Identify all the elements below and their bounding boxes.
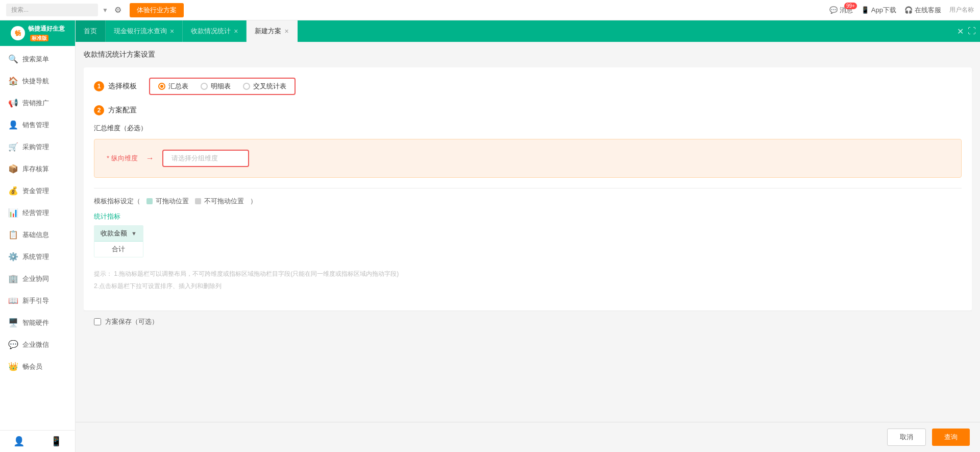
sidebar-item-wechat[interactable]: 💬 企业微信	[0, 334, 75, 355]
sidebar-item-purchase[interactable]: 🛒 采购管理	[0, 136, 75, 158]
sidebar-item-marketing[interactable]: 📢 营销推广	[0, 92, 75, 114]
save-section: 方案保存（可选）	[84, 311, 972, 332]
sidebar-item-operations[interactable]: 📊 经营管理	[0, 202, 75, 224]
metrics-header[interactable]: 收款金额 ▼	[94, 226, 143, 242]
sidebar-item-sales[interactable]: 👤 销售管理	[0, 114, 75, 136]
sidebar-items: 🔍 搜索菜单 🏠 快捷导航 📢 营销推广 👤 销售管理 🛒 采购管理 📦	[0, 46, 75, 430]
tab-cash-bank-close-icon[interactable]: ×	[170, 28, 174, 35]
cancel-button[interactable]: 取消	[887, 429, 926, 446]
home-icon: 🏠	[8, 76, 18, 86]
tab-maximize-icon[interactable]: ⛶	[968, 27, 976, 36]
hint-1: 提示： 1.拖动标题栏可以调整布局，不可跨维度或指标区域拖动栏目字段(只能在同一…	[94, 268, 962, 280]
query-button[interactable]: 查询	[932, 429, 970, 446]
template-radio-group: 汇总表 明细表 交叉统计表	[149, 78, 296, 95]
wechat-icon: 💬	[8, 340, 18, 349]
service-button[interactable]: 🎧 在线客服	[904, 6, 941, 15]
metrics-dropdown-icon[interactable]: ▼	[131, 230, 137, 236]
app-name: 畅捷通好生意	[28, 25, 65, 33]
message-icon: 💬	[829, 6, 838, 14]
fixed-indicator: 不可拖动位置	[195, 197, 244, 206]
tab-receipt-stats-close-icon[interactable]: ×	[234, 28, 238, 35]
message-button[interactable]: 💬 99+ 消息	[829, 6, 853, 15]
system-icon: ⚙️	[8, 252, 18, 261]
tab-home[interactable]: 首页	[76, 20, 106, 42]
tab-cash-bank[interactable]: 现金银行流水查询 ×	[106, 20, 183, 42]
sidebar-label-guide: 新手引导	[22, 296, 49, 305]
step1-section: 1 选择模板 汇总表 明细表 交叉统计表	[94, 78, 962, 95]
metrics-suffix: ）	[250, 197, 257, 206]
radio-summary-circle	[158, 83, 165, 90]
fixed-label: 不可拖动位置	[204, 197, 244, 206]
sidebar-item-member[interactable]: 👑 畅会员	[0, 355, 75, 377]
radio-cross[interactable]: 交叉统计表	[243, 82, 286, 91]
form-card: 1 选择模板 汇总表 明细表 交叉统计表	[84, 67, 972, 311]
sidebar-item-finance[interactable]: 💰 资金管理	[0, 180, 75, 202]
summary-dimension-title: 汇总维度（必选）	[94, 124, 962, 133]
tab-close-action-icon[interactable]: ✕	[957, 27, 964, 36]
draggable-indicator: 可拖动位置	[146, 197, 189, 206]
metrics-toggle: 模板指标设定（ 可拖动位置 不可拖动位置 ）	[94, 197, 962, 206]
radio-detail-circle	[201, 83, 208, 90]
sidebar-label-system: 系统管理	[22, 252, 49, 261]
sidebar: 畅 畅捷通好生意 标准版 🔍 搜索菜单 🏠 快捷导航 📢 营销推广 👤	[0, 20, 76, 452]
settings-icon[interactable]: ⚙	[114, 5, 121, 15]
hardware-icon: 🖥️	[8, 318, 18, 327]
sidebar-label-inventory: 库存核算	[22, 164, 49, 174]
dimension-placeholder: 请选择分组维度	[172, 154, 218, 162]
user-info[interactable]: 用户名称	[949, 6, 974, 14]
radio-detail[interactable]: 明细表	[201, 82, 231, 91]
sidebar-label-enterprise: 企业协同	[22, 274, 49, 283]
dimension-select[interactable]: 请选择分组维度	[162, 150, 249, 167]
search-box[interactable]: 搜索...	[6, 4, 98, 16]
divider	[94, 188, 962, 188]
dropdown-arrow-icon[interactable]: ▼	[102, 7, 108, 14]
scan-icon: 📱	[51, 436, 62, 447]
sidebar-bottom: 👤 📱	[0, 430, 75, 452]
search-icon: 🔍	[8, 54, 18, 64]
guide-icon: 📖	[8, 296, 18, 305]
sidebar-label-operations: 经营管理	[22, 208, 49, 218]
tab-new-plan[interactable]: 新建方案 ×	[247, 20, 297, 42]
purchase-icon: 🛒	[8, 142, 18, 152]
finance-icon: 💰	[8, 186, 18, 196]
app-download-button[interactable]: 📱 App下载	[861, 6, 896, 15]
summary-dimension-title-text: 汇总维度（必选）	[94, 124, 147, 132]
tab-home-label: 首页	[84, 27, 97, 36]
sidebar-label-basic: 基础信息	[22, 230, 49, 240]
radio-cross-circle	[243, 83, 250, 90]
search-placeholder: 搜索...	[11, 6, 29, 13]
tab-new-plan-close-icon[interactable]: ×	[284, 28, 288, 35]
hint-section: 提示： 1.拖动标题栏可以调整布局，不可跨维度或指标区域拖动栏目字段(只能在同一…	[94, 268, 962, 292]
tab-receipt-stats-label: 收款情况统计	[191, 27, 231, 36]
tab-receipt-stats[interactable]: 收款情况统计 ×	[183, 20, 247, 42]
radio-summary[interactable]: 汇总表	[158, 82, 188, 91]
sidebar-logo: 畅 畅捷通好生意 标准版	[0, 20, 75, 46]
sidebar-item-home[interactable]: 🏠 快捷导航	[0, 70, 75, 92]
step2-badge: 2	[94, 105, 104, 115]
sidebar-item-guide[interactable]: 📖 新手引导	[0, 290, 75, 312]
logo-text: 畅捷通好生意 标准版	[28, 25, 65, 42]
sidebar-item-search[interactable]: 🔍 搜索菜单	[0, 48, 75, 70]
sidebar-label-finance: 资金管理	[22, 186, 49, 196]
page-title: 收款情况统计方案设置	[84, 50, 972, 59]
dimension-area: * 纵向维度 → 请选择分组维度	[94, 139, 962, 178]
service-label: 在线客服	[915, 6, 941, 15]
trial-btn[interactable]: 体验行业方案	[130, 3, 184, 17]
step2-label: 方案配置	[108, 106, 137, 115]
sidebar-bottom-user[interactable]: 👤	[13, 436, 24, 447]
sidebar-item-basic[interactable]: 📋 基础信息	[0, 224, 75, 246]
sales-icon: 👤	[8, 120, 18, 130]
logo-char: 畅	[15, 29, 21, 38]
sidebar-bottom-scan[interactable]: 📱	[51, 436, 62, 447]
save-checkbox[interactable]	[94, 318, 101, 325]
sidebar-item-enterprise[interactable]: 🏢 企业协同	[0, 268, 75, 290]
inventory-icon: 📦	[8, 164, 18, 174]
sidebar-item-hardware[interactable]: 🖥️ 智能硬件	[0, 312, 75, 334]
sidebar-label-wechat: 企业微信	[22, 340, 49, 349]
metrics-section: 模板指标设定（ 可拖动位置 不可拖动位置 ） 统计指标	[94, 197, 962, 257]
sidebar-item-inventory[interactable]: 📦 库存核算	[0, 158, 75, 180]
main-layout: 畅 畅捷通好生意 标准版 🔍 搜索菜单 🏠 快捷导航 📢 营销推广 👤	[0, 20, 980, 452]
sidebar-item-system[interactable]: ⚙️ 系统管理	[0, 246, 75, 268]
sidebar-label-home: 快捷导航	[22, 77, 49, 86]
step2-header: 2 方案配置	[94, 105, 962, 115]
